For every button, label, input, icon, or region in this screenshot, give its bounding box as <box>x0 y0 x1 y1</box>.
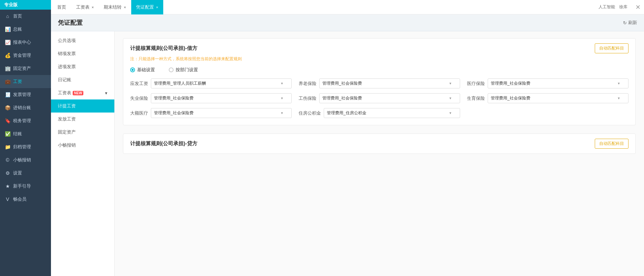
form-select-arrow-生育保险: ▾ <box>618 96 620 100</box>
left-menu-item-payroll_table[interactable]: 工资表NEW▾ <box>51 86 114 99</box>
sidebar-item-archive[interactable]: 📁归档管理 <box>0 140 51 153</box>
sidebar-header: 专业版 <box>0 0 51 10</box>
left-menu-item-public[interactable]: 公共选项 <box>51 34 114 47</box>
form-select-失业保险[interactable]: 管理费用_社会保险费 ▾ <box>151 93 292 103</box>
sidebar-item-member[interactable]: V畅会员 <box>0 193 51 206</box>
form-label-住房公积金: 住房公积金 <box>299 110 321 116</box>
form-select-arrow-工伤保险: ▾ <box>449 96 451 100</box>
sidebar-label-stock: 进销台账 <box>13 105 31 111</box>
tab-voucher[interactable]: 凭证配置× <box>131 0 163 14</box>
refresh-icon: ↻ <box>623 20 627 25</box>
sidebar-item-reports[interactable]: 📈报表中心 <box>0 36 51 49</box>
sidebar-icon-reports: 📈 <box>5 40 10 45</box>
left-menu-label-payroll_table: 工资表 <box>58 90 71 96</box>
sidebar-item-assets[interactable]: 🏢固定资产 <box>0 62 51 75</box>
sidebar-item-funds[interactable]: 💰资金管理 <box>0 49 51 62</box>
sidebar-icon-xcreport: © <box>5 157 10 163</box>
expand-icon-payroll_table: ▾ <box>105 91 107 96</box>
sidebar-item-ledger[interactable]: 📊总账 <box>0 23 51 36</box>
left-menu-item-journal[interactable]: 日记账 <box>51 73 114 86</box>
refresh-button[interactable]: ↻ 刷新 <box>623 20 637 26</box>
close-button[interactable]: ✕ <box>633 2 643 12</box>
form-item-大额医疗: 大额医疗 管理费用_社会保险费 ▾ <box>130 108 292 118</box>
sidebar-icon-settings: ⚙ <box>5 170 10 176</box>
sidebar-item-tax[interactable]: 🔖税务管理 <box>0 114 51 127</box>
sidebar-item-close[interactable]: ✅结账 <box>0 127 51 140</box>
form-select-value-住房公积金: 管理费用_住房公积金 <box>327 110 366 116</box>
form-select-大额医疗[interactable]: 管理费用_社会保险费 ▾ <box>151 108 292 118</box>
credit-section-header: 计提核算规则(公司承担)-贷方 自动匹配科目 <box>123 134 635 153</box>
sidebar-icon-funds: 💰 <box>5 53 10 58</box>
left-menu-item-petty_cash[interactable]: 小畅报销 <box>51 139 114 152</box>
debit-auto-match-button[interactable]: 自动匹配科目 <box>595 43 629 53</box>
form-select-住房公积金[interactable]: 管理费用_住房公积金 ▾ <box>324 108 460 118</box>
form-select-养老保险[interactable]: 管理费用_社会保险费 ▾ <box>319 78 460 88</box>
left-menu: 公共选项销项发票进项发票日记账工资表NEW▾计提工资发放工资固定资产小畅报销 <box>51 31 115 276</box>
sidebar: 专业版 ⌂首页📊总账📈报表中心💰资金管理🏢固定资产💼工资🧾发票管理📦进销台账🔖税… <box>0 0 51 276</box>
sidebar-icon-member: V <box>5 197 10 202</box>
tab-close-voucher[interactable]: × <box>156 5 158 9</box>
sidebar-label-xcreport: 小畅报销 <box>13 157 31 163</box>
left-menu-item-sales_invoice[interactable]: 销项发票 <box>51 47 114 60</box>
refresh-label: 刷新 <box>628 20 637 26</box>
sidebar-icon-tax: 🔖 <box>5 118 10 124</box>
form-label-大额医疗: 大额医疗 <box>130 110 148 116</box>
form-label-生育保险: 生育保险 <box>467 95 485 102</box>
left-menu-item-purchase_invoice[interactable]: 进项发票 <box>51 60 114 73</box>
radio-basic[interactable]: 基础设置 <box>130 67 155 73</box>
top-right: 人工智能 徐库 <box>599 4 633 10</box>
sidebar-icon-salary: 💼 <box>5 79 10 84</box>
form-select-value-医疗保险: 管理费用_社会保险费 <box>491 81 530 86</box>
left-menu-item-pay_salary[interactable]: 发放工资 <box>51 113 114 126</box>
tab-close-payroll[interactable]: × <box>92 5 94 9</box>
form-select-arrow-养老保险: ▾ <box>449 81 451 86</box>
company-label: 徐库 <box>619 4 627 10</box>
form-select-生育保险[interactable]: 管理费用_社会保险费 ▾ <box>488 93 629 103</box>
tab-period[interactable]: 期末结转× <box>99 0 131 14</box>
form-select-arrow-应发工资: ▾ <box>281 81 283 86</box>
form-select-value-工伤保险: 管理费用_社会保险费 <box>322 95 362 101</box>
credit-auto-match-button[interactable]: 自动匹配科目 <box>595 139 629 149</box>
tab-payroll[interactable]: 工资表× <box>71 0 99 14</box>
left-menu-item-fixed_assets[interactable]: 固定资产 <box>51 126 114 139</box>
form-select-医疗保险[interactable]: 管理费用_社会保险费 ▾ <box>488 78 629 88</box>
sidebar-item-settings[interactable]: ⚙设置 <box>0 167 51 180</box>
form-select-arrow-住房公积金: ▾ <box>449 111 451 115</box>
tab-home[interactable]: 首页 <box>52 0 71 14</box>
sidebar-item-guide[interactable]: ★新手引导 <box>0 180 51 193</box>
left-menu-label-pay_salary: 发放工资 <box>58 116 76 122</box>
left-menu-item-accrual[interactable]: 计提工资 <box>51 99 114 113</box>
sidebar-item-salary[interactable]: 💼工资 <box>0 75 51 88</box>
tab-label-home: 首页 <box>57 4 66 10</box>
sidebar-label-member: 畅会员 <box>13 196 27 202</box>
tab-close-period[interactable]: × <box>124 5 126 9</box>
radio-basic-circle <box>130 67 135 72</box>
debit-section-header: 计提核算规则(公司承担)-借方 自动匹配科目 <box>123 39 635 53</box>
sidebar-label-reports: 报表中心 <box>13 39 31 45</box>
sidebar-label-salary: 工资 <box>13 78 22 85</box>
sidebar-label-guide: 新手引导 <box>13 183 31 189</box>
form-select-arrow-失业保险: ▾ <box>281 96 283 100</box>
content-area: 公共选项销项发票进项发票日记账工资表NEW▾计提工资发放工资固定资产小畅报销 计… <box>51 31 644 276</box>
form-select-arrow-医疗保险: ▾ <box>618 81 620 86</box>
tab-label-payroll: 工资表 <box>76 4 90 10</box>
form-item-住房公积金: 住房公积金 管理费用_住房公积金 ▾ <box>299 108 460 118</box>
radio-dept-circle <box>169 67 174 72</box>
debit-section: 计提核算规则(公司承担)-借方 自动匹配科目 注：只能选择一种方式，系统将按照您… <box>123 38 636 125</box>
form-select-应发工资[interactable]: 管理费用_管理人员职工薪酬 ▾ <box>151 78 292 88</box>
sidebar-icon-ledger: 📊 <box>5 26 10 32</box>
sidebar-icon-close: ✅ <box>5 131 10 137</box>
page-header: 凭证配置 ↻ 刷新 <box>51 14 644 31</box>
sidebar-icon-invoice: 🧾 <box>5 92 10 97</box>
main-content: 首页工资表×期末结转×凭证配置× 人工智能 徐库 ✕ 凭证配置 ↻ 刷新 公共选… <box>51 0 644 276</box>
sidebar-item-stock[interactable]: 📦进销台账 <box>0 101 51 114</box>
sidebar-icon-stock: 📦 <box>5 105 10 110</box>
page-title: 凭证配置 <box>58 19 83 27</box>
debit-section-title: 计提核算规则(公司承担)-借方 <box>130 45 197 52</box>
radio-dept[interactable]: 按部门设置 <box>169 67 198 73</box>
sidebar-item-xcreport[interactable]: ©小畅报销 <box>0 153 51 167</box>
sidebar-item-invoice[interactable]: 🧾发票管理 <box>0 88 51 101</box>
debit-form-grid: 应发工资 管理费用_管理人员职工薪酬 ▾ 养老保险 管理费用_社会保险费 ▾ 医… <box>123 78 635 125</box>
form-select-工伤保险[interactable]: 管理费用_社会保险费 ▾ <box>319 93 460 103</box>
sidebar-item-home[interactable]: ⌂首页 <box>0 10 51 23</box>
